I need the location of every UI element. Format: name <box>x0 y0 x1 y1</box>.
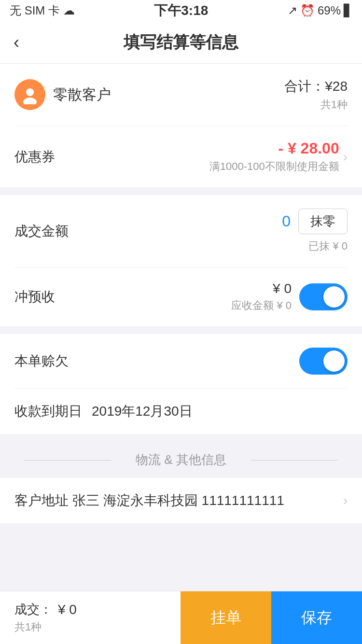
status-time: 下午3:18 <box>154 1 208 20</box>
deal-label: 成交： <box>14 601 52 618</box>
alarm-icon: ⏰ <box>300 4 315 17</box>
customer-right: 合计：¥28 共1种 <box>284 77 348 112</box>
hold-button[interactable]: 挂单 <box>181 591 271 644</box>
location-icon: ↗ <box>288 4 297 17</box>
address-label: 客户地址 <box>14 491 72 510</box>
logistics-header: 物流 & 其他信息 <box>0 442 362 478</box>
coupon-info: - ¥ 28.00 满1000-100不限制使用金额 <box>209 140 339 174</box>
hold-label: 挂单 <box>210 607 241 629</box>
address-row[interactable]: 客户地址 张三 海淀永丰科技园 11111111111 › <box>0 478 362 523</box>
coupon-amount: - ¥ 28.00 <box>209 140 339 157</box>
round-off-button[interactable]: 抹零 <box>298 209 348 234</box>
avatar <box>14 79 45 110</box>
back-button[interactable]: ‹ <box>14 32 19 53</box>
transaction-label: 成交金额 <box>14 222 72 240</box>
address-chevron-icon: › <box>343 493 348 508</box>
transaction-note: 已抹 ¥ 0 <box>308 239 348 253</box>
save-button[interactable]: 保存 <box>271 591 362 644</box>
battery-level: 69% <box>318 4 341 17</box>
debt-section: 本单赊欠 收款到期日 2019年12月30日 <box>0 334 362 434</box>
coupon-right: - ¥ 28.00 满1000-100不限制使用金额 › <box>209 140 348 174</box>
logistics-title: 物流 & 其他信息 <box>128 451 234 468</box>
debt-row: 本单赊欠 <box>0 334 362 388</box>
bottom-bar: 成交： ¥ 0 共1种 挂单 保存 <box>0 591 362 644</box>
due-date-label: 收款到期日 <box>14 402 82 420</box>
customer-name: 零散客户 <box>53 85 111 105</box>
due-date-value: 2019年12月30日 <box>92 402 193 420</box>
sim-status: 无 SIM 卡 ☁ <box>10 3 75 18</box>
prepayment-values: ¥ 0 应收金额 ¥ 0 <box>231 281 292 313</box>
status-left: 无 SIM 卡 ☁ <box>10 3 75 18</box>
prepayment-label: 冲预收 <box>14 288 72 306</box>
customer-row: 零散客户 合计：¥28 共1种 <box>0 64 362 126</box>
coupon-desc: 满1000-100不限制使用金额 <box>209 159 339 174</box>
svg-point-1 <box>23 98 37 104</box>
chevron-right-icon: › <box>343 149 348 165</box>
customer-card: 零散客户 合计：¥28 共1种 优惠券 - ¥ 28.00 满1000-100不… <box>0 64 362 187</box>
main-content: 零散客户 合计：¥28 共1种 优惠券 - ¥ 28.00 满1000-100不… <box>0 64 362 581</box>
battery-icon: ▋ <box>344 4 352 17</box>
save-label: 保存 <box>301 607 332 629</box>
deal-amount: ¥ 0 <box>58 602 77 617</box>
address-value: 张三 海淀永丰科技园 11111111111 <box>72 491 338 510</box>
transaction-amount-row: 成交金额 0 抹零 已抹 ¥ 0 <box>0 195 362 267</box>
debt-toggle[interactable] <box>299 348 348 375</box>
transaction-section: 成交金额 0 抹零 已抹 ¥ 0 冲预收 ¥ 0 应收金额 ¥ 0 <box>0 195 362 326</box>
customer-left: 零散客户 <box>14 79 111 110</box>
prepayment-toggle[interactable] <box>299 283 348 310</box>
status-bar: 无 SIM 卡 ☁ 下午3:18 ↗ ⏰ 69% ▋ <box>0 0 362 21</box>
prepayment-amount: ¥ 0 <box>231 281 292 296</box>
coupon-label: 优惠券 <box>14 148 55 166</box>
coupon-row[interactable]: 优惠券 - ¥ 28.00 满1000-100不限制使用金额 › <box>0 126 362 187</box>
svg-point-0 <box>26 88 34 96</box>
bottom-info: 成交： ¥ 0 共1种 <box>0 601 181 634</box>
avatar-icon <box>20 85 40 104</box>
transaction-value: 0 <box>282 212 291 230</box>
page-title: 填写结算等信息 <box>124 31 238 54</box>
prepayment-row: 冲预收 ¥ 0 应收金额 ¥ 0 <box>0 267 362 326</box>
customer-count: 共1种 <box>284 98 348 112</box>
customer-total: 合计：¥28 <box>284 77 348 96</box>
status-right: ↗ ⏰ 69% ▋ <box>288 4 352 17</box>
nav-bar: ‹ 填写结算等信息 <box>0 21 362 64</box>
due-date-row: 收款到期日 2019年12月30日 <box>0 389 362 434</box>
debt-label: 本单赊欠 <box>14 352 72 370</box>
prepayment-note: 应收金额 ¥ 0 <box>231 298 292 313</box>
bottom-count: 共1种 <box>14 620 166 634</box>
bottom-deal: 成交： ¥ 0 <box>14 601 166 618</box>
